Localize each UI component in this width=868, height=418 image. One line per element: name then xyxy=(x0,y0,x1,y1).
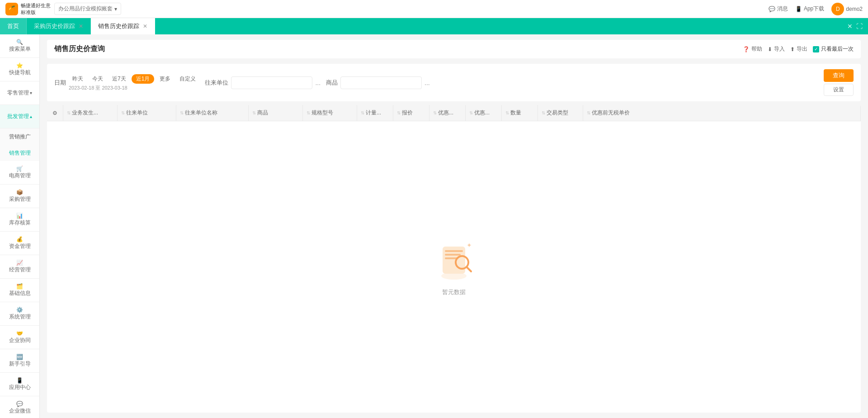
app-selector[interactable]: 办公用品行业模拟账套 ▾ xyxy=(54,3,121,15)
th-trade-type[interactable]: ⇅ 交易类型 xyxy=(538,105,583,121)
sidebar-item-quick-nav[interactable]: ⭐ 快捷导航 xyxy=(0,58,39,81)
sidebar: 🔍 搜索菜单 ⭐ 快捷导航 零售管理 ▾ 批发管理 ▴ 营销推广 销售管理 🛒 … xyxy=(0,34,40,418)
query-button[interactable]: 查询 xyxy=(824,69,854,82)
sidebar-item-purchase[interactable]: 📦 采购管理 xyxy=(0,185,39,208)
sort-icon-biz-date: ⇅ xyxy=(67,110,71,115)
tab-home-label: 首页 xyxy=(7,22,19,30)
partner-dots-btn[interactable]: ... xyxy=(315,79,321,86)
partner-input[interactable] xyxy=(231,76,312,89)
header-left: 🍊 畅捷通好生意 标准版 办公用品行业模拟账套 ▾ xyxy=(5,2,121,15)
page-content: 销售历史价查询 ❓ 帮助 ⬇ 导入 ⬆ 导出 ✓ xyxy=(40,34,868,418)
sidebar-item-guide[interactable]: 🆕 新手引导 xyxy=(0,349,39,373)
sort-icon-discount2: ⇅ xyxy=(469,110,473,115)
help-label: 帮助 xyxy=(751,45,762,53)
export-button[interactable]: ⬆ 导出 xyxy=(790,45,807,53)
sidebar-item-wholesale-mgmt[interactable]: 批发管理 ▴ xyxy=(0,105,39,128)
product-filter-group: 商品 ... xyxy=(326,76,430,89)
th-biz-date[interactable]: ⇅ 业务发生... xyxy=(63,105,118,121)
header-right: 💬 消息 📱 App下载 D demo2 xyxy=(769,3,863,15)
app-selector-label: 办公用品行业模拟账套 xyxy=(58,5,113,13)
svg-rect-2 xyxy=(445,250,463,252)
tab-sales-history-close[interactable]: ✕ xyxy=(143,23,147,29)
date-tab-more[interactable]: 更多 xyxy=(156,74,174,84)
th-unit[interactable]: ⇅ 计量... xyxy=(357,105,393,121)
tab-home[interactable]: 首页 xyxy=(0,18,27,34)
help-button[interactable]: ❓ 帮助 xyxy=(743,45,762,53)
date-filter-group: 日期 昨天 今天 近7天 近1月 更多 自定义 2023-02-18 至 202… xyxy=(54,74,199,91)
ecommerce-icon: 🛒 xyxy=(16,166,23,172)
th-discount2[interactable]: ⇅ 优惠... xyxy=(466,105,502,121)
sort-icon-product: ⇅ xyxy=(252,110,256,115)
th-spec[interactable]: ⇅ 规格型号 xyxy=(303,105,357,121)
chevron-up-icon: ▴ xyxy=(30,114,32,119)
sidebar-operations-label: 经营管理 xyxy=(9,266,31,274)
gear-icon: ⚙ xyxy=(52,110,57,116)
svg-text:✦: ✦ xyxy=(467,242,472,249)
th-partner-code[interactable]: ⇅ 往来单位 xyxy=(118,105,176,121)
only-last-checkbox-area[interactable]: ✓ 只看最后一次 xyxy=(813,45,854,53)
th-price[interactable]: ⇅ 报价 xyxy=(393,105,429,121)
date-tab-today[interactable]: 今天 xyxy=(89,74,107,84)
table-header: ⚙ ⇅ 业务发生... ⇅ 往来单位 ⇅ 往来单位名称 xyxy=(47,105,861,121)
date-tab-last7days[interactable]: 近7天 xyxy=(108,74,130,84)
sidebar-item-inventory[interactable]: 📊 库存核算 xyxy=(0,208,39,232)
sidebar-item-retail-mgmt[interactable]: 零售管理 ▾ xyxy=(0,81,39,105)
tab-bar: 首页 采购历史价跟踪 ✕ 销售历史价跟踪 ✕ ✕ ⛶ xyxy=(0,18,868,34)
app-download-button[interactable]: 📱 App下载 xyxy=(795,5,824,13)
date-tabs: 昨天 今天 近7天 近1月 更多 自定义 2023-02-18 至 2023-0… xyxy=(69,74,199,91)
product-dots-btn[interactable]: ... xyxy=(425,79,430,86)
sidebar-item-marketing[interactable]: 营销推广 xyxy=(0,128,39,145)
only-last-checkbox-label: 只看最后一次 xyxy=(821,45,854,53)
sidebar-item-basic-info[interactable]: 🗂️ 基础信息 xyxy=(0,279,39,302)
settings-button[interactable]: 设置 xyxy=(824,84,854,96)
th-product[interactable]: ⇅ 商品 xyxy=(249,105,303,121)
empty-illustration: ✦ xyxy=(431,238,476,283)
product-input[interactable] xyxy=(340,76,422,89)
app-download-label: App下载 xyxy=(804,5,824,13)
basic-icon: 🗂️ xyxy=(16,283,23,290)
th-discount1[interactable]: ⇅ 优惠... xyxy=(429,105,466,121)
message-button[interactable]: 💬 消息 xyxy=(769,5,788,13)
sidebar-item-search-menu[interactable]: 🔍 搜索菜单 xyxy=(0,34,39,58)
sidebar-item-finance[interactable]: 💰 资金管理 xyxy=(0,232,39,255)
tab-close-all-btn[interactable]: ✕ xyxy=(847,23,853,30)
sidebar-search-label: 搜索菜单 xyxy=(9,45,31,53)
sidebar-item-ecommerce[interactable]: 🛒 电商管理 xyxy=(0,161,39,185)
sidebar-item-operations[interactable]: 📈 经营管理 xyxy=(0,255,39,279)
chevron-down-icon: ▾ xyxy=(114,6,117,12)
th-qty[interactable]: ⇅ 数量 xyxy=(502,105,538,121)
th-partner-name[interactable]: ⇅ 往来单位名称 xyxy=(176,105,249,121)
sidebar-system-label: 系统管理 xyxy=(9,313,31,321)
sidebar-item-sales-mgmt[interactable]: 销售管理 xyxy=(0,145,39,161)
th-gear[interactable]: ⚙ xyxy=(47,105,63,121)
date-tab-yesterday[interactable]: 昨天 xyxy=(69,74,87,84)
sidebar-wholesale-label: 批发管理 xyxy=(7,113,29,120)
tab-purchase-history-close[interactable]: ✕ xyxy=(79,23,83,29)
tab-purchase-history[interactable]: 采购历史价跟踪 ✕ xyxy=(27,18,91,34)
operations-icon: 📈 xyxy=(16,260,23,266)
partner-input-area: ... xyxy=(231,76,321,89)
sort-icon-price: ⇅ xyxy=(397,110,401,115)
sort-icon-discount1: ⇅ xyxy=(433,110,437,115)
sidebar-item-app-center[interactable]: 📱 应用中心 xyxy=(0,373,39,396)
help-icon: ❓ xyxy=(743,46,750,52)
tab-fullscreen-btn[interactable]: ⛶ xyxy=(856,23,863,30)
th-qty-label: 数量 xyxy=(510,109,521,117)
sidebar-item-wechat[interactable]: 💬 企业微信 xyxy=(0,396,39,418)
date-tab-last1month[interactable]: 近1月 xyxy=(132,74,155,84)
sidebar-item-collab[interactable]: 🤝 企业协同 xyxy=(0,326,39,349)
sort-icon-partner-name: ⇅ xyxy=(180,110,184,115)
tab-sales-history-label: 销售历史价跟踪 xyxy=(98,22,139,30)
th-notax-price[interactable]: ⇅ 优惠前无税单价 xyxy=(583,105,861,121)
tab-purchase-history-label: 采购历史价跟踪 xyxy=(34,22,75,30)
th-trade-type-label: 交易类型 xyxy=(547,109,568,117)
user-area[interactable]: D demo2 xyxy=(831,3,863,15)
import-button[interactable]: ⬇ 导入 xyxy=(768,45,785,53)
date-tab-custom[interactable]: 自定义 xyxy=(176,74,199,84)
tab-sales-history[interactable]: 销售历史价跟踪 ✕ xyxy=(91,18,155,34)
sidebar-guide-label: 新手引导 xyxy=(9,360,31,368)
sidebar-sales-label: 销售管理 xyxy=(9,149,31,157)
tab-bar-right: ✕ ⛶ xyxy=(842,18,868,34)
sort-icon-spec: ⇅ xyxy=(307,110,310,115)
sidebar-item-system[interactable]: ⚙️ 系统管理 xyxy=(0,302,39,326)
